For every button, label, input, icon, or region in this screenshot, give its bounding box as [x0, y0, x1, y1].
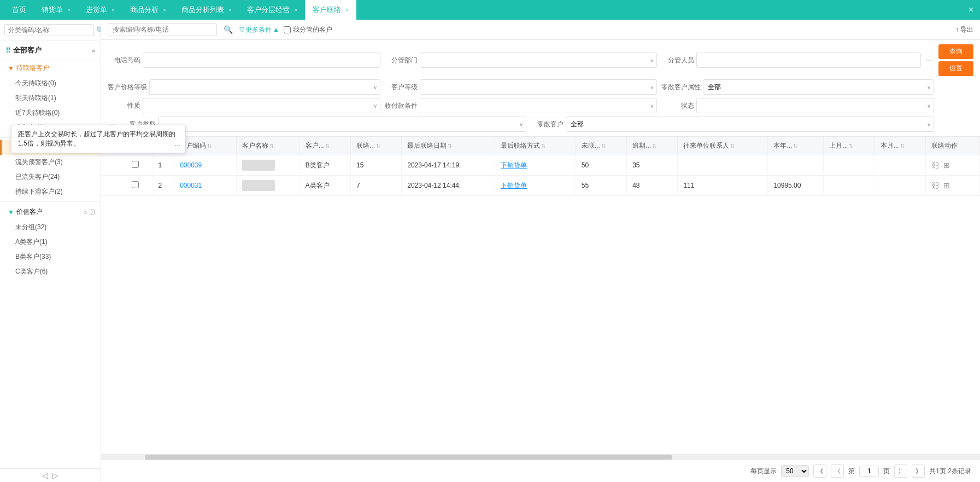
nav-customer-contact[interactable]: 客户联络 ×	[305, 0, 356, 20]
sidebar-left-arrow[interactable]: ◁	[42, 471, 48, 480]
close-customer-segment-icon[interactable]: ×	[294, 7, 297, 13]
th-contact[interactable]: 联络...⇅	[350, 137, 401, 155]
retail-attr-select[interactable]: 全部	[703, 79, 934, 95]
query-button[interactable]: 查询	[938, 44, 973, 59]
pagination-bar: 每页显示 50 20 100 《 〈 第 页 〉 》 共1页 2条记录	[101, 460, 980, 482]
pending-contact-group[interactable]: ▼ 待联络客户	[0, 60, 101, 76]
th-last-contact-method[interactable]: 最后联络方式⇅	[495, 137, 576, 155]
action-icons-1: ⛓ ⊞	[931, 161, 974, 170]
retail-attr-label: 零散客户属性	[661, 83, 701, 92]
sidebar-right-arrow[interactable]: ▷	[52, 471, 58, 480]
sidebar-bottom-controls[interactable]: ◁ ▷	[0, 468, 101, 482]
filter-search-button[interactable]: 🔍	[221, 25, 235, 34]
more-conditions-arrow: ▲	[273, 26, 279, 33]
th-this-year[interactable]: 本年...⇅	[768, 137, 824, 155]
th-unit-contact[interactable]: 往来单位联系人⇅	[678, 137, 768, 155]
phone-input[interactable]	[143, 53, 380, 68]
row1-checkbox[interactable]	[132, 161, 139, 168]
all-customers-header[interactable]: ⠿ 全部客户 »	[0, 41, 101, 60]
my-customers-checkbox[interactable]	[284, 26, 291, 33]
payment-select[interactable]	[420, 98, 658, 113]
close-sales-icon[interactable]: ×	[67, 7, 71, 13]
sort-ctype-icon: ⇅	[325, 143, 330, 149]
sidebar-item-continuous-decline[interactable]: 持续下滑客户(2)	[0, 184, 101, 199]
retail-customer-select[interactable]: 全部	[566, 117, 934, 132]
sidebar-item-class-a[interactable]: A类客户(1)	[0, 235, 101, 249]
cell-method-1[interactable]: 下销货单	[495, 155, 576, 176]
grid-action-icon-2[interactable]: ⊞	[943, 181, 950, 190]
customer-type-select[interactable]	[158, 117, 526, 132]
last-page-button[interactable]: 》	[912, 464, 925, 478]
nav-goods-analysis-list[interactable]: 商品分析列表 ×	[174, 0, 239, 20]
sidebar-item-lost-preview[interactable]: 流失预警客户(3)	[0, 155, 101, 170]
cell-this-month-2	[875, 176, 925, 196]
th-last-contact-date[interactable]: 最后联络日期⇅	[402, 137, 495, 155]
sidebar-item-7days[interactable]: 近7天待联络(0)	[0, 106, 101, 120]
current-page-input[interactable]	[859, 466, 879, 477]
next-page-button[interactable]: 〉	[894, 464, 907, 478]
sidebar-item-tomorrow[interactable]: 明天待联络(1)	[0, 91, 101, 106]
prev-page-button[interactable]: 〈	[831, 464, 844, 478]
nav-goods-analysis[interactable]: 商品分析 ×	[122, 0, 174, 20]
sidebar-item-already-lost[interactable]: 已流失客户(24)	[0, 170, 101, 184]
sidebar-item-class-b[interactable]: B类客户(33)	[0, 249, 101, 264]
grid-action-icon-1[interactable]: ⊞	[943, 161, 950, 170]
filter-search-input[interactable]	[108, 23, 217, 36]
sidebar-item-ungroup[interactable]: 未分组(32)	[0, 220, 101, 235]
nav-sales[interactable]: 销货单 ×	[34, 0, 78, 20]
row2-checkbox[interactable]	[132, 181, 139, 188]
status-select[interactable]	[696, 98, 934, 113]
value-group-edit-icons[interactable]: ○ ☑	[83, 208, 95, 216]
per-page-select[interactable]: 50 20 100	[781, 465, 809, 477]
sidebar-item-class-c[interactable]: C类客户(6)	[0, 264, 101, 279]
customer-grade-select[interactable]	[420, 79, 658, 95]
retail-attr-field: 零散客户属性 全部 ∨	[661, 79, 934, 95]
price-grade-select[interactable]	[149, 79, 380, 95]
page-label: 第	[848, 467, 855, 476]
cell-name-1	[236, 155, 300, 176]
close-goods-analysis-icon[interactable]: ×	[163, 7, 166, 13]
more-conditions-button[interactable]: ▽ 更多条件 ▲	[239, 25, 279, 34]
sidebar-item-today[interactable]: 今天待联络(0)	[0, 76, 101, 91]
th-last-month[interactable]: 上月...⇅	[824, 137, 875, 155]
filter-form: 电话号码 分管部门 ∨ 分管人员 ···	[101, 40, 980, 137]
nav-home[interactable]: 首页	[4, 0, 34, 20]
link-action-icon-1[interactable]: ⛓	[931, 161, 939, 170]
value-customers-group[interactable]: ▼ 价值客户 ○ ☑	[0, 204, 101, 220]
per-page-label: 每页显示	[750, 467, 777, 476]
first-page-button[interactable]: 《	[813, 464, 826, 478]
my-customers-filter[interactable]: 我分管的客户	[284, 25, 332, 34]
sort-code-icon: ⇅	[207, 143, 212, 149]
cell-code-2[interactable]: 000031	[174, 176, 236, 196]
sidebar-search-input[interactable]	[4, 24, 94, 36]
th-overdue[interactable]: 逾期...⇅	[627, 137, 678, 155]
cell-this-month-1	[875, 155, 925, 176]
cell-method-2[interactable]: 下销货单	[495, 176, 576, 196]
sidebar-search-icon[interactable]: 🔍	[96, 26, 101, 34]
gender-select[interactable]	[143, 98, 380, 113]
cell-checkbox-1	[126, 155, 152, 176]
th-this-month[interactable]: 本月...⇅	[875, 137, 925, 155]
sort-overdue-icon: ⇅	[652, 143, 656, 149]
close-customer-contact-icon[interactable]: ×	[345, 7, 349, 13]
settings-button[interactable]: 设置	[938, 61, 973, 76]
filter-action-buttons: 查询 设置	[938, 44, 973, 76]
th-uncontacted[interactable]: 未联...⇅	[576, 137, 626, 155]
window-close-button[interactable]: ×	[969, 5, 973, 15]
division-dept-select-wrap: ∨	[420, 53, 658, 68]
th-name[interactable]: 客户名称⇅	[236, 137, 300, 155]
link-action-icon-2[interactable]: ⛓	[931, 181, 939, 190]
cell-seq-2: 2	[152, 176, 174, 196]
nav-customer-segment[interactable]: 客户分层经营 ×	[239, 0, 305, 20]
table-horizontal-scrollbar[interactable]	[101, 454, 980, 460]
cell-code-1[interactable]: 000039	[174, 155, 236, 176]
division-person-dots[interactable]: ···	[923, 56, 934, 65]
export-button[interactable]: ↑ 导出	[955, 25, 973, 34]
th-customer-type[interactable]: 客户...⇅	[300, 137, 350, 155]
customer-grade-field: 客户等级 ∨	[385, 79, 658, 95]
close-goods-analysis-list-icon[interactable]: ×	[228, 7, 232, 13]
nav-purchase[interactable]: 进货单 ×	[78, 0, 122, 20]
close-purchase-icon[interactable]: ×	[112, 7, 115, 13]
division-dept-select[interactable]	[420, 53, 658, 68]
division-person-input[interactable]	[696, 53, 921, 68]
